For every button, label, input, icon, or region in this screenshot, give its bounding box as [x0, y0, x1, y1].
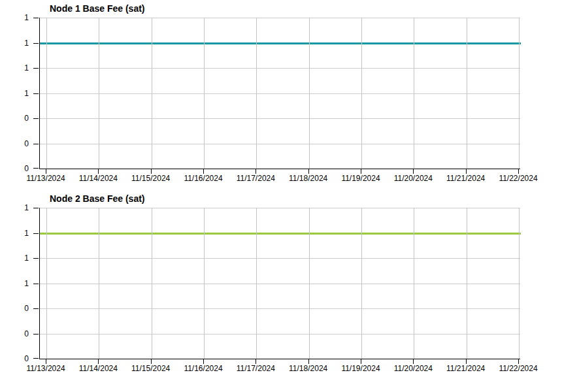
x-axis-tick: [203, 169, 204, 174]
y-gridline: [40, 18, 520, 18]
y-axis-tick: [33, 308, 39, 309]
x-tick-label: 11/22/2024: [491, 174, 546, 183]
x-axis-tick: [413, 359, 414, 364]
x-gridline: [256, 18, 257, 169]
x-tick-label: 11/13/2024: [18, 364, 73, 373]
y-tick-label: 1: [0, 39, 29, 48]
x-gridline: [467, 18, 467, 169]
y-axis-tick: [33, 68, 39, 69]
x-gridline: [414, 18, 414, 169]
x-axis-tick: [308, 359, 309, 364]
x-tick-label: 11/17/2024: [228, 364, 283, 373]
x-gridline: [467, 208, 467, 359]
x-gridline: [361, 18, 362, 169]
y-axis-tick: [33, 144, 39, 144]
x-gridline: [519, 208, 520, 359]
y-gridline: [40, 68, 520, 69]
x-gridline: [152, 208, 152, 359]
x-tick-label: 11/19/2024: [333, 364, 388, 373]
y-tick-label: 1: [0, 89, 29, 98]
y-tick-label: 1: [0, 229, 29, 238]
y-axis-tick: [33, 233, 39, 234]
x-axis-tick: [361, 359, 361, 364]
y-axis-tick: [33, 358, 39, 359]
x-gridline: [519, 18, 520, 169]
x-tick-label: 11/18/2024: [281, 174, 336, 183]
x-axis-tick: [203, 359, 204, 364]
x-tick-label: 11/15/2024: [124, 364, 178, 373]
x-tick-label: 11/21/2024: [438, 174, 493, 183]
y-tick-label: 0: [0, 304, 29, 313]
charts-dashboard: Node 1 Base Fee (sat) 111100011/13/20241…: [0, 0, 562, 392]
y-axis-tick: [33, 284, 39, 284]
y-gridline: [40, 208, 520, 208]
x-tick-label: 11/18/2024: [281, 364, 336, 373]
x-tick-label: 11/21/2024: [438, 364, 493, 373]
x-axis-tick: [256, 169, 256, 174]
y-gridline: [40, 93, 520, 94]
x-tick-label: 11/14/2024: [71, 174, 125, 183]
x-gridline: [361, 208, 362, 359]
x-axis-tick: [98, 359, 99, 364]
y-gridline: [40, 334, 520, 335]
x-axis-tick: [518, 359, 519, 364]
x-axis-tick: [466, 359, 467, 364]
x-gridline: [152, 18, 152, 169]
x-tick-label: 11/20/2024: [386, 364, 440, 373]
x-tick-label: 11/17/2024: [228, 174, 283, 183]
x-axis-tick: [413, 169, 414, 174]
x-axis-tick: [308, 169, 309, 174]
x-gridline: [46, 208, 47, 359]
x-axis-tick: [151, 169, 152, 174]
x-gridline: [309, 208, 310, 359]
y-axis-tick: [33, 208, 39, 208]
x-axis-tick: [46, 359, 46, 364]
plot-area: [39, 208, 520, 359]
x-axis-tick: [98, 169, 99, 174]
y-tick-label: 1: [0, 279, 29, 288]
x-axis-tick: [361, 169, 361, 174]
x-gridline: [256, 208, 257, 359]
x-gridline: [204, 208, 205, 359]
y-tick-label: 1: [0, 203, 29, 212]
y-gridline: [40, 308, 520, 309]
y-gridline: [40, 284, 520, 284]
chart-node-1-base-fee: Node 1 Base Fee (sat) 111100011/13/20241…: [0, 0, 562, 190]
x-gridline: [414, 208, 414, 359]
x-tick-label: 11/13/2024: [18, 174, 73, 183]
y-tick-label: 1: [0, 63, 29, 73]
y-axis-tick: [33, 168, 39, 169]
x-tick-label: 11/14/2024: [71, 364, 125, 373]
chart-node-2-base-fee: Node 2 Base Fee (sat) 111100011/13/20241…: [0, 190, 562, 380]
x-axis-tick: [46, 169, 46, 174]
chart-title: Node 2 Base Fee (sat): [50, 193, 145, 204]
y-axis-tick: [33, 93, 39, 94]
y-gridline: [40, 118, 520, 119]
y-axis-tick: [33, 18, 39, 18]
x-gridline: [309, 18, 310, 169]
x-tick-label: 11/19/2024: [333, 174, 388, 183]
x-tick-label: 11/20/2024: [386, 174, 440, 183]
y-axis-tick: [33, 258, 39, 259]
x-gridline: [99, 208, 99, 359]
x-tick-label: 11/15/2024: [124, 174, 178, 183]
x-gridline: [46, 18, 47, 169]
y-tick-label: 0: [0, 329, 29, 338]
y-axis-tick: [33, 43, 39, 44]
x-gridline: [204, 18, 205, 169]
y-tick-label: 0: [0, 354, 29, 363]
y-gridline: [40, 258, 520, 259]
y-axis-tick: [33, 118, 39, 119]
x-axis-tick: [256, 359, 256, 364]
x-tick-label: 11/22/2024: [491, 364, 546, 373]
x-tick-label: 11/16/2024: [176, 174, 231, 183]
plot-area: [39, 18, 520, 169]
x-axis-tick: [151, 359, 152, 364]
y-axis-tick: [33, 334, 39, 335]
x-tick-label: 11/16/2024: [176, 364, 231, 373]
y-tick-label: 0: [0, 139, 29, 148]
y-gridline: [40, 144, 520, 144]
series-line-node-1-base-fee: [40, 42, 521, 44]
y-tick-label: 1: [0, 13, 29, 22]
y-tick-label: 1: [0, 253, 29, 263]
